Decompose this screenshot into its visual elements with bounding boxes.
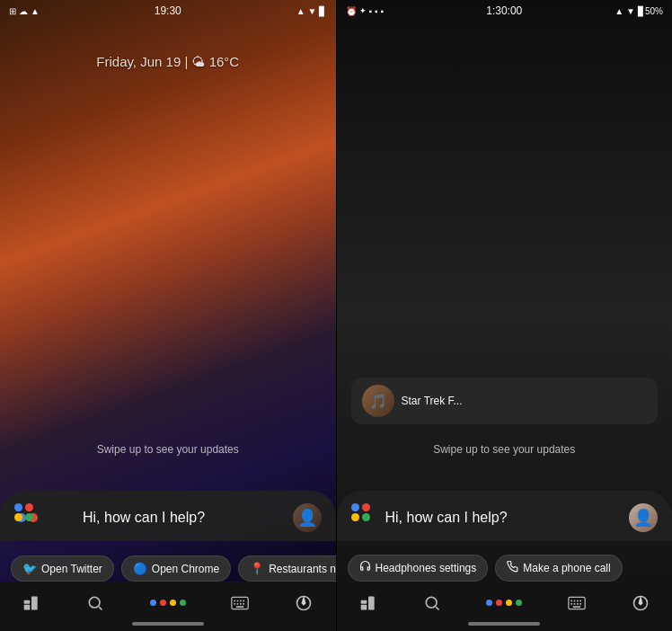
home-dots-right [486,600,522,606]
notification-icon-2: ☁ [19,6,28,16]
wifi-icon: ▼ [308,6,317,16]
svg-rect-2 [31,596,38,609]
google-assistant-icon-right [351,503,370,521]
svg-rect-32 [573,606,580,608]
right-home-indicator [468,622,540,626]
dot-r [496,600,502,606]
google-assistant-icon-left [14,503,33,521]
svg-marker-17 [302,598,305,605]
chip-twitter[interactable]: 🐦 Open Twitter [11,555,114,582]
left-assistant-text: Hi, how can I help? [83,510,284,526]
right-assistant-text: Hi, how can I help? [385,510,621,526]
svg-rect-6 [234,600,236,601]
svg-rect-28 [570,603,572,605]
chip-restaurants[interactable]: 📍 Restaurants near [238,555,335,582]
svg-rect-13 [240,603,242,605]
svg-rect-15 [236,606,243,608]
dot-b [486,600,492,606]
svg-rect-9 [243,600,245,601]
left-status-left: ⊞ ☁ ▲ [9,6,115,16]
chip-restaurants-label: Restaurants near [269,563,335,575]
left-chips: 🐦 Open Twitter 🔵 Open Chrome 📍 Restauran… [0,555,336,582]
svg-rect-11 [234,603,236,605]
left-assistant-bar[interactable]: Hi, how can I help? 👤 [0,491,336,541]
svg-rect-31 [579,603,581,605]
chip-headphones-label: Headphones settings [376,562,477,574]
svg-rect-7 [237,600,239,601]
nav-search-left[interactable] [86,594,104,612]
left-status-bar: ⊞ ☁ ▲ 19:30 ▲ ▼ ▊ [0,0,336,22]
svg-point-21 [426,597,437,608]
svg-line-4 [99,607,102,609]
music-art: 🎵 [369,393,387,410]
right-phone: ⏰ ✦ ▪ ▪ ▪ 1:30:00 ▲ ▼ ▊50% 🎵 Star Trek F… [337,0,673,631]
chip-headphones[interactable]: Headphones settings [348,555,489,582]
dot-y [506,600,512,606]
nav-recent-left[interactable] [22,594,40,612]
svg-rect-26 [577,600,579,601]
r-battery: ▊50% [638,6,663,16]
svg-line-22 [436,607,438,609]
dot-g [516,600,522,606]
music-title: Star Trek F... [402,395,463,407]
nav-compass-right[interactable] [632,594,650,612]
chip-chrome-label: Open Chrome [152,563,219,575]
left-swipe-text: Swipe up to see your updates [0,443,336,456]
left-home-indicator [132,622,204,626]
alarm-icon: ⏰ [346,6,357,16]
phone-icon [507,561,518,575]
svg-rect-18 [361,604,367,609]
nav-home-left[interactable] [150,600,186,606]
svg-rect-30 [577,603,579,605]
svg-rect-19 [361,600,367,603]
nav-keyboard-right[interactable] [568,596,586,610]
chip-phone-call-label: Make a phone call [523,562,610,574]
right-assistant-avatar[interactable]: 👤 [629,503,658,532]
right-chips: Headphones settings Make a phone call [337,555,673,582]
svg-rect-25 [574,600,576,601]
maps-icon: 📍 [250,562,264,575]
svg-rect-12 [237,603,239,605]
nav-compass-left[interactable] [295,594,313,612]
bt-icon: ✦ [359,6,367,15]
r-notif-1: ▪ [375,6,378,16]
right-status-left: ⏰ ✦ ▪ ▪ ▪ [346,6,452,16]
r-notif-2: ▪ [381,6,385,16]
nav-search-right[interactable] [423,594,441,612]
battery-icon: ▊ [319,6,326,16]
chip-phone-call[interactable]: Make a phone call [495,555,622,582]
svg-rect-24 [570,600,572,601]
headphones-icon [359,561,371,575]
svg-rect-8 [240,600,242,601]
chip-chrome[interactable]: 🔵 Open Chrome [121,555,231,582]
date-widget: Friday, Jun 19 | 🌤 16°C [0,54,336,69]
right-status-right: ▲ ▼ ▊50% [557,6,663,16]
music-thumbnail: 🎵 [362,385,394,417]
svg-rect-20 [368,596,375,609]
right-status-bar: ⏰ ✦ ▪ ▪ ▪ 1:30:00 ▲ ▼ ▊50% [337,0,673,22]
r-signal: ▲ [615,6,623,16]
right-assistant-bar[interactable]: Hi, how can I help? 👤 [337,491,673,541]
notification-icon-3: ▲ [31,6,40,16]
notification-icon-1: ⊞ [9,6,16,16]
twitter-icon: 🐦 [22,562,37,575]
nav-keyboard-left[interactable] [231,596,249,610]
left-time: 19:30 [115,4,221,17]
r-wifi: ▼ [626,6,635,16]
cast-icon: ▪ [369,6,373,16]
music-card[interactable]: 🎵 Star Trek F... [351,378,659,424]
svg-rect-27 [579,600,581,601]
chrome-icon: 🔵 [133,562,147,575]
nav-recent-right[interactable] [359,594,377,612]
left-phone: ⊞ ☁ ▲ 19:30 ▲ ▼ ▊ Friday, Jun 19 | 🌤 16°… [0,0,336,631]
svg-marker-34 [639,598,641,605]
svg-rect-0 [24,604,31,609]
left-status-right: ▲ ▼ ▊ [221,6,327,16]
svg-rect-14 [243,603,245,605]
nav-home-right[interactable] [486,600,522,606]
svg-rect-1 [24,600,31,603]
right-time: 1:30:00 [451,4,557,17]
svg-point-3 [89,597,100,608]
left-assistant-avatar[interactable]: 👤 [293,503,322,532]
right-swipe-text: Swipe up to see your updates [337,443,673,456]
